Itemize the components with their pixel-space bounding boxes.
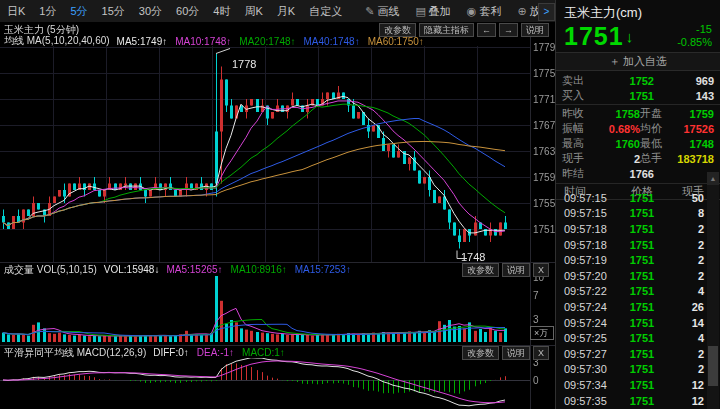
overlay-icon: ▤ — [415, 5, 425, 18]
volume-button-说明[interactable]: 说明 — [502, 263, 530, 277]
timeframe-tab-日K[interactable]: 日K — [0, 0, 32, 22]
tape-row[interactable]: 09:57:2217514 — [556, 284, 707, 300]
tape-time: 09:57:22 — [564, 285, 620, 297]
tape-time: 09:57:19 — [564, 254, 620, 266]
quote-label: 昨收 — [562, 106, 596, 121]
tape-row[interactable]: 09:57:24175126 — [556, 299, 707, 315]
tape-price: 1751 — [620, 270, 664, 282]
quote-value: 1748 — [676, 138, 714, 150]
add-watchlist-button[interactable]: ＋ 加入自选 — [556, 52, 720, 71]
draw-line-icon: ✎ — [365, 5, 374, 18]
tape-row[interactable]: 09:57:15175150 — [556, 190, 707, 206]
macd-button-改参数[interactable]: 改参数 — [462, 346, 499, 360]
tool-label: 叠加 — [429, 4, 451, 19]
tape-row[interactable]: 09:57:1817512 — [556, 237, 707, 253]
arbitrage-icon: ◉ — [467, 5, 477, 18]
tape-time: 09:57:27 — [564, 348, 620, 360]
quote-label: 振幅 — [562, 121, 596, 136]
timeframe-tab-周K[interactable]: 周K — [237, 0, 269, 22]
tape-row[interactable]: 09:57:2017512 — [556, 268, 707, 284]
quote-label: 现手 — [562, 151, 596, 166]
tape-time: 09:57:34 — [564, 379, 620, 391]
tape-row[interactable]: 09:57:24175114 — [556, 315, 707, 331]
timeframe-tab-30分[interactable]: 30分 — [132, 0, 169, 22]
tape-volume: 2 — [664, 239, 704, 251]
timeframe-tab-60分[interactable]: 60分 — [169, 0, 206, 22]
macd-title: 平滑异同平均线 MACD(12,26,9) — [4, 346, 146, 360]
tape-volume: 14 — [664, 317, 704, 329]
scrollbar-thumb[interactable] — [708, 346, 718, 386]
price-row: 1751 ↓ -15 -0.85% — [556, 22, 720, 52]
timeframe-tab-月K[interactable]: 月K — [270, 0, 302, 22]
volume-button-X[interactable]: X — [533, 263, 549, 277]
tape-scrollbar[interactable]: ▲ — [707, 172, 719, 409]
tape-row[interactable]: 09:57:1817512 — [556, 221, 707, 237]
tape-price: 1751 — [620, 254, 664, 266]
tape-price: 1751 — [620, 363, 664, 375]
tape-time: 09:57:18 — [564, 223, 620, 235]
tape-price: 1751 — [620, 192, 664, 204]
volume-title: 成交量 VOL(5,10,15) — [4, 263, 97, 277]
quote-value: 17526 — [676, 123, 714, 135]
timeframe-tab-5分[interactable]: 5分 — [63, 0, 94, 22]
tape-volume: 2 — [664, 254, 704, 266]
tape-volume: 2 — [664, 363, 704, 375]
ma-value: MA40:1748↑ — [304, 36, 360, 47]
volume-button-改参数[interactable]: 改参数 — [462, 263, 499, 277]
timeframe-tab-自定义[interactable]: 自定义 — [302, 0, 349, 22]
zoom-in-icon: ⊕ — [517, 5, 526, 18]
price-change: -15 -0.85% — [677, 23, 712, 49]
quote-value: 1752 — [596, 75, 654, 87]
tape-row[interactable]: 09:57:35175112 — [556, 393, 707, 409]
timeframe-tabs: 日K1分5分15分30分60分4时周K月K自定义 — [0, 0, 349, 22]
quote-label: 最高 — [562, 136, 596, 151]
quote-row-卖出: 卖出1752969 — [556, 73, 720, 88]
quote-value: 1759 — [676, 108, 714, 120]
quote-label: 最低 — [640, 136, 676, 151]
toolbar-expand-button[interactable]: > — [538, 3, 555, 21]
tape-volume: 4 — [664, 332, 704, 344]
last-price: 1751 — [564, 23, 624, 49]
tool-label: 画线 — [377, 4, 399, 19]
quote-value: 183718 — [676, 153, 714, 165]
quote-qty: 143 — [654, 90, 714, 102]
tape-price: 1751 — [620, 395, 664, 407]
vol-ma-value: MA10:8916↑ — [231, 264, 287, 275]
ma-value: MA60:1750↑ — [368, 36, 424, 47]
trading-terminal: 日K1分5分15分30分60分4时周K月K自定义 ✎画线▤叠加◉套利⊕放大⊖缩小… — [0, 0, 720, 409]
tape-time: 09:57:15 — [564, 192, 620, 204]
quote-row-最高: 最高1760最低1748 — [556, 136, 720, 151]
tape-volume: 8 — [664, 207, 704, 219]
quote-panel: 玉米主力(cm) 1751 ↓ -15 -0.85% ＋ 加入自选 卖出1752… — [555, 0, 720, 409]
tape-volume: 26 — [664, 301, 704, 313]
macd-button-说明[interactable]: 说明 — [502, 346, 530, 360]
quote-value: 1751 — [596, 90, 654, 102]
scroll-up-arrow-icon[interactable]: ▲ — [707, 172, 719, 185]
timeframe-tab-1分[interactable]: 1分 — [32, 0, 63, 22]
timeframe-tab-15分[interactable]: 15分 — [95, 0, 132, 22]
volume-pane-header: 成交量 VOL(5,10,15) VOL:15948↓ MA5:15265↑MA… — [0, 263, 553, 276]
tape-row[interactable]: 09:57:2517514 — [556, 330, 707, 346]
tape-row[interactable]: 09:57:1917512 — [556, 252, 707, 268]
macd-value: MACD:1↑ — [242, 347, 285, 358]
quote-value: 1760 — [596, 138, 640, 150]
tape-time: 09:57:30 — [564, 363, 620, 375]
ma-value: MA10:1748↑ — [175, 36, 231, 47]
quote-label: 开盘 — [640, 106, 676, 121]
ma-value: MA20:1748↑ — [239, 36, 295, 47]
tool-overlay-button[interactable]: ▤叠加 — [407, 4, 458, 19]
tape-row[interactable]: 09:57:1517518 — [556, 206, 707, 222]
tape-time: 09:57:25 — [564, 332, 620, 344]
tape-row[interactable]: 09:57:34175112 — [556, 377, 707, 393]
quote-label: 总手 — [640, 151, 676, 166]
ma-value: MA5:1749↑ — [117, 36, 168, 47]
tape-row[interactable]: 09:57:2717512 — [556, 346, 707, 362]
tape-price: 1751 — [620, 379, 664, 391]
macd-button-X[interactable]: X — [533, 346, 549, 360]
tool-draw-line-button[interactable]: ✎画线 — [357, 4, 407, 19]
tape-row[interactable]: 09:57:3017512 — [556, 362, 707, 378]
tool-arbitrage-button[interactable]: ◉套利 — [459, 4, 510, 19]
timeframe-tab-4时[interactable]: 4时 — [206, 0, 237, 22]
macd-value: DIFF:0↑ — [153, 347, 189, 358]
vol-ma-value: MA15:7253↑ — [295, 264, 351, 275]
